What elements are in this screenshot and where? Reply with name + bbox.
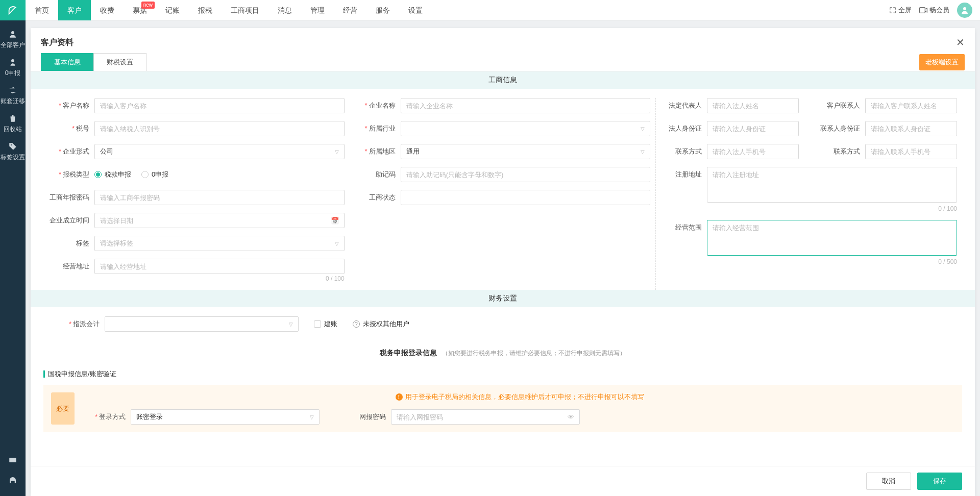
nav-item-1[interactable]: 客户	[58, 0, 91, 20]
nav-item-8[interactable]: 管理	[301, 0, 334, 20]
avatar[interactable]	[957, 3, 972, 18]
logo[interactable]	[0, 0, 26, 20]
member-label: 畅会员	[929, 6, 949, 15]
nav-item-9[interactable]: 经营	[334, 0, 366, 20]
nav-item-4[interactable]: 记账	[156, 0, 189, 20]
topnav-right: 全屏 畅会员	[889, 3, 980, 18]
fullscreen-icon	[889, 7, 896, 14]
nav-items: 首页客户收费票据new记账报税工商项目消息管理经营服务设置	[26, 0, 432, 20]
nav-item-2[interactable]: 收费	[91, 0, 124, 20]
user-icon	[960, 6, 969, 15]
nav-item-11[interactable]: 设置	[399, 0, 432, 20]
member-button[interactable]: 畅会员	[919, 6, 949, 15]
fullscreen-button[interactable]: 全屏	[889, 6, 912, 15]
nav-item-3[interactable]: 票据new	[124, 0, 156, 20]
nav-item-5[interactable]: 报税	[189, 0, 222, 20]
fullscreen-label: 全屏	[898, 6, 912, 15]
top-nav: 首页客户收费票据new记账报税工商项目消息管理经营服务设置 全屏 畅会员	[0, 0, 980, 20]
nav-item-7[interactable]: 消息	[268, 0, 301, 20]
svg-rect-0	[920, 7, 925, 13]
video-icon	[919, 7, 927, 14]
nav-item-6[interactable]: 工商项目	[222, 0, 268, 20]
nav-item-0[interactable]: 首页	[26, 0, 58, 20]
new-badge: new	[141, 2, 155, 9]
svg-point-1	[963, 7, 966, 10]
nav-item-10[interactable]: 服务	[366, 0, 399, 20]
